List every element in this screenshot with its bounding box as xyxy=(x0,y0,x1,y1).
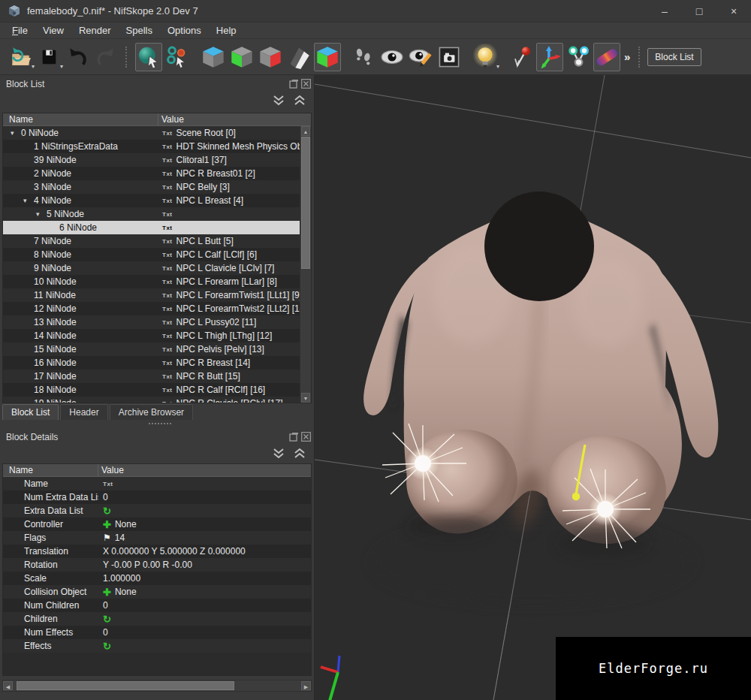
redo-button[interactable] xyxy=(92,43,119,71)
tab-archive-browser[interactable]: Archive Browser xyxy=(110,404,193,420)
tab-header[interactable]: Header xyxy=(60,404,107,420)
scroll-left-icon[interactable]: ◀ xyxy=(3,681,13,690)
block-details-hscrollbar[interactable]: ◀ ▶ xyxy=(2,680,312,692)
expander-icon[interactable]: ▾ xyxy=(23,197,34,204)
scrollbar-thumb[interactable] xyxy=(17,681,234,690)
block-details-row[interactable]: Children Txt ✚ ⚑ ↻ xyxy=(3,612,311,626)
select-object-button[interactable] xyxy=(135,43,162,71)
menu-view[interactable]: View xyxy=(35,23,71,38)
refresh-icon[interactable]: ↻ xyxy=(103,505,111,517)
block-details-row[interactable]: Effects Txt ✚ ⚑ ↻ xyxy=(3,639,311,653)
block-list-row[interactable]: ▾ 7 NiNode Txt NPC L Butt [5] xyxy=(3,234,300,248)
block-list-row[interactable]: ▾ 19 NiNode Txt NPC R Clavicle [RClv] [1… xyxy=(3,397,300,403)
tab-block-list[interactable]: Block List xyxy=(2,404,59,420)
block-list-row[interactable]: ▾ 11 NiNode Txt NPC L ForearmTwist1 [LLt… xyxy=(3,288,300,302)
show-hidden-button[interactable] xyxy=(379,43,406,71)
block-details-row[interactable]: Collision Object Txt ✚ ⚑ ↻ None xyxy=(3,585,311,599)
plus-icon[interactable]: ✚ xyxy=(103,587,111,598)
float-panel-icon[interactable] xyxy=(289,432,299,442)
block-list-row[interactable]: ▾ 6 NiNode Txt xyxy=(3,221,300,234)
menu-render[interactable]: Render xyxy=(71,23,119,38)
view-side-button[interactable] xyxy=(257,43,284,71)
float-panel-icon[interactable] xyxy=(289,79,299,89)
block-list-toolbar-button[interactable]: Block List xyxy=(647,48,701,66)
column-header-name[interactable]: Name xyxy=(3,113,158,125)
block-details-row[interactable]: Scale Txt ✚ ⚑ ↻ 1.000000 xyxy=(3,572,311,585)
flip-view-button[interactable] xyxy=(285,43,312,71)
splitter-handle[interactable] xyxy=(149,423,171,426)
view-top-button[interactable] xyxy=(200,43,227,71)
block-details-row[interactable]: Translation Txt ✚ ⚑ ↻ X 0.000000 Y 5.000… xyxy=(3,545,311,558)
perspective-button[interactable] xyxy=(314,43,341,71)
view-front-button[interactable] xyxy=(228,43,255,71)
close-panel-icon[interactable] xyxy=(301,432,311,442)
block-details-row[interactable]: Num Extra Data List Txt ✚ ⚑ ↻ 0 xyxy=(3,490,311,504)
block-list-row[interactable]: ▾ 5 NiNode Txt xyxy=(3,207,300,221)
block-list-row[interactable]: ▾ 13 NiNode Txt NPC L Pussy02 [11] xyxy=(3,315,300,329)
collapse-up-icon[interactable] xyxy=(293,448,306,460)
block-list-row[interactable]: ▾ 39 NiNode Txt Clitoral1 [37] xyxy=(3,153,300,167)
walk-mode-button[interactable] xyxy=(350,43,377,71)
toolbar-overflow-icon[interactable]: » xyxy=(624,50,630,63)
close-button[interactable]: × xyxy=(716,0,751,22)
render-viewport[interactable]: ElderForge.ru xyxy=(315,75,751,700)
block-list-row[interactable]: ▾ 2 NiNode Txt NPC R Breast01 [2] xyxy=(3,167,300,180)
close-panel-icon[interactable] xyxy=(301,79,311,89)
screenshot-button[interactable] xyxy=(436,43,463,71)
block-list-row[interactable]: ▾ 12 NiNode Txt NPC L ForearmTwist2 [LLt… xyxy=(3,302,300,315)
vertex-colors-button[interactable] xyxy=(593,43,620,71)
show-axes-button[interactable] xyxy=(536,43,563,71)
menu-file[interactable]: File xyxy=(5,23,35,38)
refresh-icon[interactable]: ↻ xyxy=(103,641,111,652)
menu-spells[interactable]: Spells xyxy=(119,23,160,38)
block-details-row[interactable]: Controller Txt ✚ ⚑ ↻ None xyxy=(3,517,311,531)
block-list-row[interactable]: ▾ 10 NiNode Txt NPC L Forearm [LLar] [8] xyxy=(3,275,300,288)
block-details-row[interactable]: Num Children Txt ✚ ⚑ ↻ 0 xyxy=(3,599,311,612)
block-details-row[interactable]: Extra Data List Txt ✚ ⚑ ↻ xyxy=(3,504,311,517)
minimize-button[interactable]: – xyxy=(647,0,682,22)
column-header-value[interactable]: Value xyxy=(158,113,311,125)
refresh-icon[interactable]: ↻ xyxy=(103,614,111,625)
block-details-row[interactable]: Flags Txt ✚ ⚑ ↻ 14 xyxy=(3,531,311,545)
show-nodes-button[interactable] xyxy=(407,43,434,71)
block-list-row[interactable]: ▾ 18 NiNode Txt NPC R Calf [RClf] [16] xyxy=(3,383,300,397)
block-list-vscrollbar[interactable]: ▲ ▼ xyxy=(300,126,311,403)
block-list-row[interactable]: ▾ 9 NiNode Txt NPC L Clavicle [LClv] [7] xyxy=(3,261,300,275)
block-list-row[interactable]: ▾ 0 NiNode Txt Scene Root [0] xyxy=(3,126,300,140)
pin-markers-button[interactable] xyxy=(508,43,535,71)
menu-options[interactable]: Options xyxy=(160,23,209,38)
collapse-down-icon[interactable] xyxy=(272,95,285,107)
block-list-row[interactable]: ▾ 3 NiNode Txt NPC Belly [3] xyxy=(3,180,300,194)
plus-icon[interactable]: ✚ xyxy=(103,519,111,530)
block-details-row[interactable]: Num Effects Txt ✚ ⚑ ↻ 0 xyxy=(3,626,311,639)
open-button[interactable]: ▾ xyxy=(7,43,34,71)
block-list-row[interactable]: ▾ 17 NiNode Txt NPC R Butt [15] xyxy=(3,370,300,383)
block-list-row[interactable]: ▾ 4 NiNode Txt NPC L Breast [4] xyxy=(3,194,300,207)
lighting-button[interactable]: ▾ xyxy=(472,43,499,71)
collapse-up-icon[interactable] xyxy=(293,95,306,107)
save-button[interactable]: ▾ xyxy=(35,43,62,71)
maximize-button[interactable]: □ xyxy=(682,0,716,22)
column-header-name[interactable]: Name xyxy=(3,464,98,476)
scroll-right-icon[interactable]: ▶ xyxy=(301,681,311,690)
block-list-row[interactable]: ▾ 16 NiNode Txt NPC R Breast [14] xyxy=(3,356,300,370)
block-name-cell: ▾ 17 NiNode xyxy=(3,371,158,382)
expander-icon[interactable]: ▾ xyxy=(36,210,47,218)
scroll-down-icon[interactable]: ▼ xyxy=(301,393,310,403)
show-bones-button[interactable] xyxy=(565,43,592,71)
scrollbar-thumb[interactable] xyxy=(301,137,310,269)
collapse-down-icon[interactable] xyxy=(272,448,285,460)
expander-icon[interactable]: ▾ xyxy=(11,129,21,137)
block-details-row[interactable]: Rotation Txt ✚ ⚑ ↻ Y -0.00 P 0.00 R -0.0… xyxy=(3,558,311,572)
scroll-up-icon[interactable]: ▲ xyxy=(301,126,310,136)
block-list-row[interactable]: ▾ 1 NiStringsExtraData Txt HDT Skinned M… xyxy=(3,140,300,153)
txt-icon: Txt xyxy=(162,346,173,353)
block-list-row[interactable]: ▾ 8 NiNode Txt NPC L Calf [LClf] [6] xyxy=(3,248,300,261)
undo-button[interactable] xyxy=(64,43,91,71)
block-list-row[interactable]: ▾ 15 NiNode Txt NPC Pelvis [Pelv] [13] xyxy=(3,342,300,356)
select-vertex-button[interactable] xyxy=(164,43,191,71)
menu-help[interactable]: Help xyxy=(209,23,244,38)
block-list-row[interactable]: ▾ 14 NiNode Txt NPC L Thigh [LThg] [12] xyxy=(3,329,300,342)
block-details-row[interactable]: Name Txt ✚ ⚑ ↻ xyxy=(3,477,311,490)
column-header-value[interactable]: Value xyxy=(98,464,311,476)
